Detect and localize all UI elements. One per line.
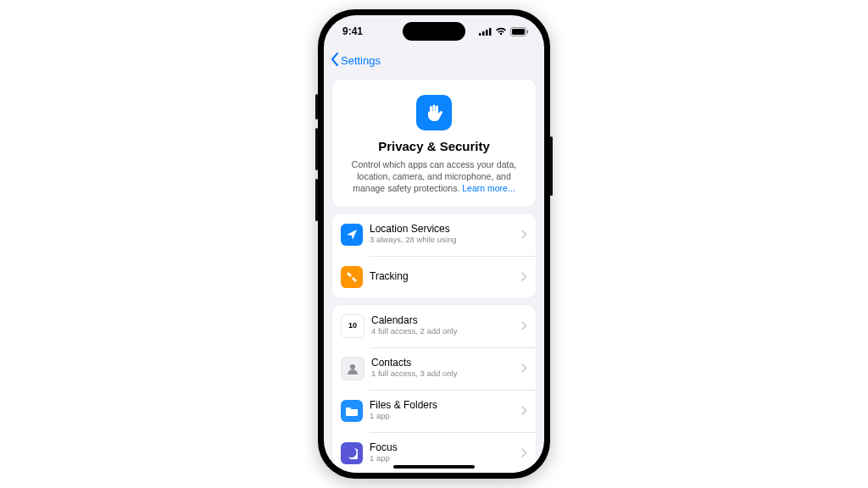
hero-card: Privacy & Security Control which apps ca… [332,80,536,207]
moon-icon [341,442,363,464]
tracking-icon [341,266,363,288]
row-subtitle: 1 full access, 3 add only [371,369,521,378]
row-title: Location Services [370,224,521,236]
row-calendars[interactable]: 10Calendars4 full access, 2 add only [332,305,536,347]
row-title: Files & Folders [370,400,521,412]
row-location-services[interactable]: Location Services3 always, 28 while usin… [332,214,536,256]
page-title: Privacy & Security [344,139,524,153]
status-time: 9:41 [342,25,363,37]
group-data-access: 10Calendars4 full access, 2 add onlyCont… [332,305,536,473]
contacts-icon [341,357,364,380]
chevron-right-icon [521,227,527,242]
iphone-frame: 9:41 Settings Privacy & Sec [318,9,550,479]
back-button[interactable] [331,53,339,69]
page-description: Control which apps can access your data,… [344,158,524,195]
calendar-icon: 10 [341,314,364,338]
cellular-icon [479,27,492,36]
dynamic-island [403,22,465,41]
status-icons [479,27,529,36]
row-subtitle: 4 full access, 2 add only [371,327,521,336]
chevron-right-icon [521,319,527,334]
nav-bar: Settings [324,47,544,73]
row-title: Contacts [371,358,521,369]
location-arrow-icon [341,224,363,246]
side-button [550,136,553,196]
screen: 9:41 Settings Privacy & Sec [324,15,544,473]
chevron-right-icon [521,403,527,419]
stage: 9:41 Settings Privacy & Sec [0,0,868,488]
svg-rect-0 [479,33,481,36]
row-tracking[interactable]: Tracking [332,256,536,298]
back-label[interactable]: Settings [341,54,381,67]
row-title: Tracking [370,271,521,283]
svg-rect-2 [486,30,488,36]
chevron-right-icon [521,446,527,461]
privacy-hand-icon [416,95,452,130]
svg-rect-1 [482,31,485,36]
row-subtitle: 1 app [370,412,521,420]
svg-rect-6 [527,30,529,33]
chevron-right-icon [521,269,527,285]
row-title: Calendars [371,315,521,327]
group-location: Location Services3 always, 28 while usin… [332,214,536,298]
svg-point-7 [350,364,355,369]
row-files-folders[interactable]: Files & Folders1 app [332,390,536,432]
chevron-left-icon [331,53,339,66]
home-indicator[interactable] [393,465,475,469]
row-subtitle: 3 always, 28 while using [370,236,521,244]
svg-rect-5 [512,29,525,35]
battery-icon [510,27,529,36]
svg-rect-3 [489,28,492,36]
row-title: Focus [370,442,521,454]
row-subtitle: 1 app [370,454,521,463]
content-scroll[interactable]: Privacy & Security Control which apps ca… [324,73,544,473]
row-contacts[interactable]: Contacts1 full access, 3 add only [332,347,536,390]
folder-icon [341,400,363,422]
chevron-right-icon [521,361,527,376]
wifi-icon [495,27,507,36]
learn-more-link[interactable]: Learn more... [462,183,515,193]
